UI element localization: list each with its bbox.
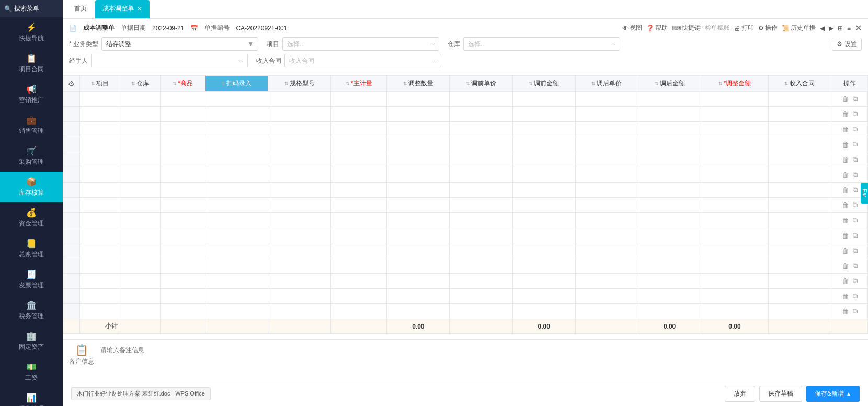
cell-before_amount-3[interactable] bbox=[512, 122, 575, 137]
cell-project-10[interactable] bbox=[80, 228, 120, 243]
cell-qty-9[interactable] bbox=[387, 213, 450, 228]
settings-btn[interactable]: ⚙ ⚙ 设置 设置 bbox=[832, 38, 862, 51]
cell-after_price-12[interactable] bbox=[575, 258, 638, 274]
cell-adjust_amount-5[interactable] bbox=[701, 152, 769, 167]
cell-qty-4[interactable] bbox=[387, 137, 450, 152]
cell-goods-11[interactable] bbox=[161, 243, 205, 258]
cell-project-4[interactable] bbox=[80, 137, 120, 152]
cell-warehouse-11[interactable] bbox=[120, 243, 161, 258]
row-copy-btn-13[interactable]: ⧉ bbox=[852, 276, 859, 286]
sort-icon-before_amount[interactable]: ⇅ bbox=[529, 81, 533, 86]
cell-after_amount-12[interactable] bbox=[638, 258, 701, 274]
cell-after_amount-10[interactable] bbox=[638, 228, 701, 243]
tab-home[interactable]: 首页 bbox=[67, 0, 94, 18]
sort-icon-scan[interactable]: ⇅ bbox=[221, 81, 225, 86]
cell-after_price-3[interactable] bbox=[575, 122, 638, 137]
row-delete-btn-7[interactable]: 🗑 bbox=[841, 185, 850, 195]
cell-unit-14[interactable] bbox=[331, 289, 387, 304]
cell-goods-4[interactable] bbox=[161, 137, 205, 152]
cell-spec-6[interactable] bbox=[268, 167, 330, 183]
row-copy-btn-9[interactable]: ⧉ bbox=[852, 215, 859, 225]
sidebar-item-ledger[interactable]: 📒总账管理 bbox=[0, 233, 63, 264]
row-delete-btn-12[interactable]: 🗑 bbox=[841, 261, 850, 271]
cell-scan-4[interactable] bbox=[205, 137, 268, 152]
cell-goods-14[interactable] bbox=[161, 289, 205, 304]
sort-icon-warehouse[interactable]: ⇅ bbox=[131, 81, 135, 86]
row-copy-btn-12[interactable]: ⧉ bbox=[852, 261, 859, 271]
notes-textarea[interactable] bbox=[98, 344, 862, 370]
cell-income_contract-1[interactable] bbox=[768, 92, 831, 107]
sidebar-item-purchase[interactable]: 🛒采购管理 bbox=[0, 141, 63, 172]
cell-scan-3[interactable] bbox=[205, 122, 268, 137]
cell-unit-9[interactable] bbox=[331, 213, 387, 228]
cell-after_price-10[interactable] bbox=[575, 228, 638, 243]
cell-warehouse-3[interactable] bbox=[120, 122, 161, 137]
taskbar-item[interactable]: 木门行业好业财处理方案-墓红红.doc - WPS Office bbox=[71, 387, 211, 400]
cell-adjust_amount-14[interactable] bbox=[701, 289, 769, 304]
row-delete-btn-13[interactable]: 🗑 bbox=[841, 276, 850, 286]
cell-unit-3[interactable] bbox=[331, 122, 387, 137]
row-delete-btn-1[interactable]: 🗑 bbox=[841, 94, 850, 104]
cell-project-9[interactable] bbox=[80, 213, 120, 228]
cell-qty-6[interactable] bbox=[387, 167, 450, 183]
sort-icon-after_amount[interactable]: ⇅ bbox=[655, 81, 659, 86]
cell-before_price-5[interactable] bbox=[450, 152, 512, 167]
cal-icon[interactable]: 📅 bbox=[190, 25, 198, 32]
sidebar-item-marketing[interactable]: 📢营销推广 bbox=[0, 79, 63, 110]
sidebar-item-ops[interactable]: 📊经营管理 bbox=[0, 388, 63, 406]
cell-before_amount-12[interactable] bbox=[512, 258, 575, 274]
cell-warehouse-4[interactable] bbox=[120, 137, 161, 152]
cell-before_price-3[interactable] bbox=[450, 122, 512, 137]
row-delete-btn-2[interactable]: 🗑 bbox=[841, 109, 850, 119]
row-copy-btn-5[interactable]: ⧉ bbox=[852, 154, 859, 165]
cell-unit-4[interactable] bbox=[331, 137, 387, 152]
cell-after_price-7[interactable] bbox=[575, 183, 638, 198]
cell-scan-14[interactable] bbox=[205, 289, 268, 304]
cell-unit-5[interactable] bbox=[331, 152, 387, 167]
cell-warehouse-2[interactable] bbox=[120, 107, 161, 122]
cell-goods-7[interactable] bbox=[161, 183, 205, 198]
cell-income_contract-15[interactable] bbox=[768, 304, 831, 319]
sidebar-item-inventory[interactable]: 📦库存核算 bbox=[0, 172, 63, 202]
sidebar-item-fixed-assets[interactable]: 🏢固定资产 bbox=[0, 326, 63, 357]
cell-project-14[interactable] bbox=[80, 289, 120, 304]
cell-income_contract-3[interactable] bbox=[768, 122, 831, 137]
cell-before_price-13[interactable] bbox=[450, 274, 512, 289]
sidebar-item-invoice[interactable]: 🧾发票管理 bbox=[0, 264, 63, 295]
cell-scan-1[interactable] bbox=[205, 92, 268, 107]
cell-adjust_amount-6[interactable] bbox=[701, 167, 769, 183]
row-copy-btn-14[interactable]: ⧉ bbox=[852, 291, 859, 301]
row-delete-btn-4[interactable]: 🗑 bbox=[841, 140, 850, 150]
cell-before_amount-4[interactable] bbox=[512, 137, 575, 152]
cell-before_price-1[interactable] bbox=[450, 92, 512, 107]
sort-icon-qty[interactable]: ⇅ bbox=[403, 81, 407, 86]
row-delete-btn-15[interactable]: 🗑 bbox=[841, 307, 850, 317]
cell-warehouse-1[interactable] bbox=[120, 92, 161, 107]
save-new-button[interactable]: 保存&新增 ▲ bbox=[806, 386, 860, 402]
cell-before_price-4[interactable] bbox=[450, 137, 512, 152]
cell-project-5[interactable] bbox=[80, 152, 120, 167]
cell-before_amount-2[interactable] bbox=[512, 107, 575, 122]
cell-unit-6[interactable] bbox=[331, 167, 387, 183]
biz-type-input[interactable]: 结存调整 ▼ bbox=[101, 37, 258, 51]
cell-adjust_amount-9[interactable] bbox=[701, 213, 769, 228]
cell-unit-12[interactable] bbox=[331, 258, 387, 274]
cell-after_price-4[interactable] bbox=[575, 137, 638, 152]
cell-after_amount-13[interactable] bbox=[638, 274, 701, 289]
sidebar-item-finance[interactable]: 💰资金管理 bbox=[0, 202, 63, 233]
warehouse-input[interactable]: 选择... ··· bbox=[463, 37, 620, 51]
row-copy-btn-2[interactable]: ⧉ bbox=[852, 109, 859, 119]
cell-spec-4[interactable] bbox=[268, 137, 330, 152]
cell-after_amount-5[interactable] bbox=[638, 152, 701, 167]
cell-before_price-14[interactable] bbox=[450, 289, 512, 304]
cell-adjust_amount-15[interactable] bbox=[701, 304, 769, 319]
cell-before_price-7[interactable] bbox=[450, 183, 512, 198]
cell-after_price-2[interactable] bbox=[575, 107, 638, 122]
cell-goods-3[interactable] bbox=[161, 122, 205, 137]
cell-before_amount-10[interactable] bbox=[512, 228, 575, 243]
save-draft-button[interactable]: 保存草稿 bbox=[759, 386, 802, 402]
sort-icon-goods[interactable]: ⇅ bbox=[173, 81, 177, 86]
cell-warehouse-15[interactable] bbox=[120, 304, 161, 319]
cell-qty-3[interactable] bbox=[387, 122, 450, 137]
row-copy-btn-3[interactable]: ⧉ bbox=[852, 124, 859, 134]
